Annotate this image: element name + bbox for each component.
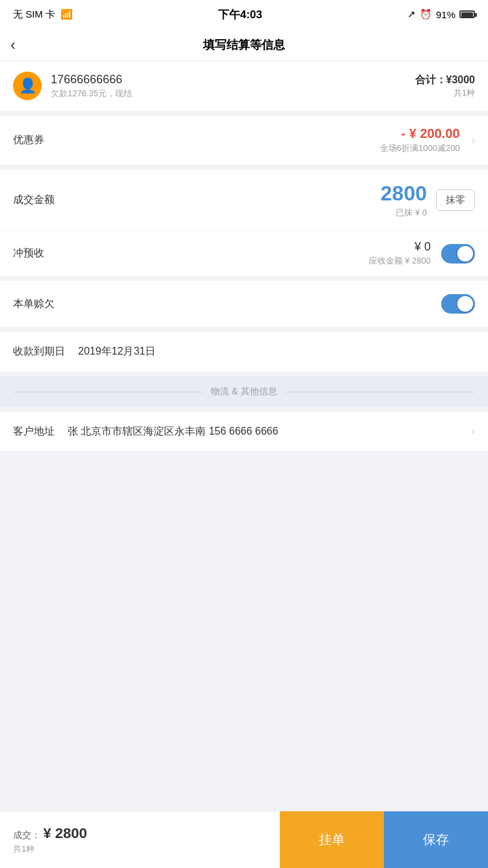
- bottom-summary-amount: ¥ 2800: [43, 825, 87, 841]
- precharge-sub: 应收金额 ¥ 2800: [369, 255, 431, 267]
- location-icon: ↗: [407, 8, 416, 20]
- bottom-summary-label: 成交：: [13, 830, 40, 840]
- status-time: 下午4:03: [218, 7, 262, 22]
- divider-right: [285, 392, 475, 392]
- debt-toggle[interactable]: [441, 294, 475, 314]
- bottom-summary: 成交： ¥ 2800 共1种: [0, 825, 280, 855]
- battery-icon: [459, 10, 475, 18]
- duedate-row: 收款到期日 2019年12月31日: [13, 332, 475, 372]
- duedate-value: 2019年12月31日: [78, 345, 156, 359]
- precharge-right: ¥ 0 应收金额 ¥ 2800: [369, 240, 475, 267]
- status-right: ↗ ⏰ 91%: [407, 8, 475, 20]
- amount-section: 成交金额 2800 已抹 ¥ 0 抹零 冲预收 ¥ 0 应收金额 ¥ 2800: [0, 170, 488, 276]
- precharge-label: 冲预收: [13, 247, 44, 260]
- coupon-sub: 全场6折满1000减200: [380, 142, 460, 154]
- avatar: 👤: [13, 72, 42, 100]
- coupon-value: - ¥ 200.00: [380, 126, 460, 141]
- customer-left: 👤 17666666666 欠款1276.35元，现结: [13, 72, 132, 100]
- bottom-bar: 成交： ¥ 2800 共1种 挂单 保存: [0, 811, 488, 868]
- status-left: 无 SIM 卡 📶: [13, 8, 73, 21]
- save-label: 保存: [423, 831, 449, 848]
- address-label: 客户地址: [13, 425, 55, 439]
- coupon-section: 优惠券 - ¥ 200.00 全场6折满1000减200 ›: [0, 116, 488, 165]
- debt-toggle-knob: [457, 296, 473, 312]
- precharge-main: ¥ 0: [369, 240, 431, 254]
- divider-text: 物流 & 其他信息: [211, 386, 277, 398]
- hang-order-button[interactable]: 挂单: [280, 811, 384, 869]
- customer-info: 17666666666 欠款1276.35元，现结: [51, 73, 132, 100]
- amount-right: 2800 已抹 ¥ 0 抹零: [381, 182, 475, 219]
- customer-card: 👤 17666666666 欠款1276.35元，现结 合计：¥3000 共1种: [0, 61, 488, 111]
- duedate-section: 收款到期日 2019年12月31日: [0, 332, 488, 372]
- status-bar: 无 SIM 卡 📶 下午4:03 ↗ ⏰ 91%: [0, 0, 488, 29]
- precharge-row: 冲预收 ¥ 0 应收金额 ¥ 2800: [0, 231, 488, 276]
- amount-row: 成交金额 2800 已抹 ¥ 0 抹零: [0, 170, 488, 231]
- debt-label: 本单赊欠: [13, 297, 55, 311]
- nav-title: 填写结算等信息: [203, 37, 285, 53]
- divider-left: [13, 392, 203, 392]
- address-section: 客户地址 张 北京市市辖区海淀区永丰南 156 6666 6666 ›: [0, 412, 488, 451]
- customer-right: 合计：¥3000 共1种: [415, 74, 476, 99]
- battery-percent: 91%: [436, 9, 455, 20]
- main-content: 👤 17666666666 欠款1276.35元，现结 合计：¥3000 共1种…: [0, 61, 488, 521]
- round-button[interactable]: 抹零: [436, 189, 475, 211]
- avatar-icon: 👤: [19, 77, 36, 94]
- coupon-right: - ¥ 200.00 全场6折满1000减200 ›: [380, 126, 475, 154]
- toggle-knob: [457, 246, 473, 262]
- amount-col: 2800 已抹 ¥ 0: [381, 182, 427, 219]
- customer-total: 合计：¥3000: [415, 74, 476, 87]
- back-button[interactable]: ‹: [10, 36, 16, 54]
- hang-order-label: 挂单: [319, 831, 345, 848]
- coupon-value-wrapper: - ¥ 200.00 全场6折满1000减200: [380, 126, 460, 154]
- amount-value: 2800: [381, 182, 427, 206]
- coupon-chevron: ›: [472, 135, 475, 146]
- bottom-label-row: 成交： ¥ 2800: [13, 825, 267, 842]
- bottom-summary-count: 共1种: [13, 843, 267, 855]
- save-button[interactable]: 保存: [384, 811, 488, 869]
- duedate-label: 收款到期日: [13, 345, 65, 359]
- alarm-icon: ⏰: [420, 8, 432, 20]
- address-chevron: ›: [472, 426, 475, 437]
- precharge-values: ¥ 0 应收金额 ¥ 2800: [369, 240, 431, 267]
- coupon-row[interactable]: 优惠券 - ¥ 200.00 全场6折满1000减200 ›: [0, 116, 488, 165]
- debt-row: 本单赊欠: [13, 281, 475, 327]
- address-row[interactable]: 客户地址 张 北京市市辖区海淀区永丰南 156 6666 6666 ›: [13, 412, 475, 451]
- wifi-icon: 📶: [61, 8, 73, 20]
- address-value: 张 北京市市辖区海淀区永丰南 156 6666 6666: [68, 424, 468, 439]
- back-chevron: ‹: [10, 36, 16, 54]
- customer-sub: 欠款1276.35元，现结: [51, 88, 132, 100]
- divider-section: 物流 & 其他信息: [0, 377, 488, 407]
- coupon-label: 优惠券: [13, 133, 44, 147]
- amount-sub: 已抹 ¥ 0: [381, 207, 427, 219]
- debt-section: 本单赊欠: [0, 281, 488, 327]
- amount-label: 成交金额: [13, 193, 55, 207]
- sim-label: 无 SIM 卡: [13, 8, 55, 21]
- customer-phone: 17666666666: [51, 73, 132, 87]
- precharge-toggle[interactable]: [441, 244, 475, 264]
- customer-count: 共1种: [415, 87, 476, 99]
- nav-bar: ‹ 填写结算等信息: [0, 29, 488, 61]
